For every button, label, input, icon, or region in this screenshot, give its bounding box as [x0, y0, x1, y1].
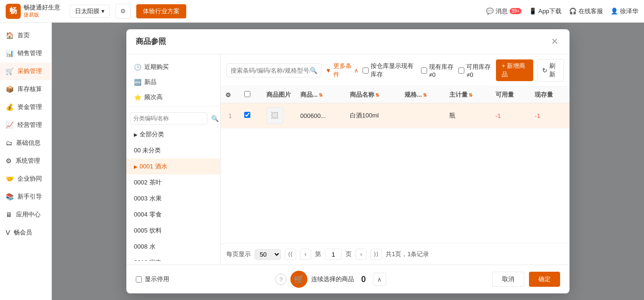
page-size-select[interactable]: 50 20 100: [255, 249, 281, 260]
logo-area: 畅 畅捷通好生意 捷易版: [6, 4, 60, 19]
search-icon[interactable]: 🔍: [310, 67, 317, 74]
settings-icon[interactable]: ⚙: [116, 4, 131, 19]
message-badge: 99+: [510, 8, 521, 14]
product-table-wrap: ⚙ 商品图片 商品... ⇅: [221, 87, 570, 243]
last-page-button[interactable]: ⟩⟩: [371, 249, 382, 260]
chevron-down-icon: ▾: [101, 8, 105, 15]
category-search-button[interactable]: 🔍: [209, 113, 221, 124]
th-name[interactable]: 商品名称 ⇅: [345, 87, 400, 103]
row-checkbox-cell[interactable]: [239, 103, 262, 128]
add-product-button[interactable]: + 新增商品: [496, 59, 533, 81]
sidebar-item-inventory[interactable]: 📦 库存核算: [0, 80, 51, 98]
th-code[interactable]: 商品... ⇅: [296, 87, 345, 103]
modal-right-panel: 🔍 ▼ 更多条件 ∧ 按仓库显示现有库存: [221, 54, 570, 265]
category-item-uncategorized[interactable]: 00 未分类: [126, 142, 220, 158]
user-button[interactable]: 👤 徐泽华: [611, 7, 638, 16]
new-product-item[interactable]: 🆕 新品: [130, 75, 216, 89]
first-page-button[interactable]: ⟨⟨: [285, 249, 296, 260]
next-page-button[interactable]: ›: [355, 249, 367, 260]
sidebar-item-home[interactable]: 🏠 首页: [0, 26, 51, 44]
content-area: 商品参照 ✕ 🕒 近期购买 🆕: [52, 23, 644, 300]
app-download-button[interactable]: 📱 App下载: [529, 7, 561, 16]
modal-left-panel: 🕒 近期购买 🆕 新品 ⭐ 频次高: [126, 54, 221, 265]
mobile-icon: 📱: [529, 8, 537, 15]
sidebar-item-purchase[interactable]: 🛒 采购管理: [0, 62, 51, 80]
category-all-item[interactable]: ▶ 全部分类: [126, 126, 220, 142]
row-checkbox[interactable]: [244, 112, 250, 118]
trial-button[interactable]: 体验行业方案: [136, 4, 186, 18]
category-item-beverage[interactable]: 0005 饮料: [126, 223, 220, 239]
page-number-input[interactable]: [325, 249, 342, 260]
store-dropdown[interactable]: 日太阳膜 ▾: [70, 5, 110, 18]
logo-text: 畅捷通好生意 捷易版: [24, 4, 60, 18]
active-arrow-icon: ▶: [134, 164, 138, 169]
category-item-water[interactable]: 0008 水: [126, 239, 220, 255]
nav-right: 💬 消息 99+ 📱 App下载 🎧 在线客服 👤 徐泽华: [486, 7, 638, 16]
finance-icon: 💰: [6, 103, 14, 111]
cart-collapse-button[interactable]: ∧: [373, 273, 386, 286]
product-image: 🖼: [266, 107, 283, 124]
th-unit[interactable]: 主计量 ⇅: [445, 87, 491, 103]
warehouse-stock-checkbox-input[interactable]: [363, 67, 369, 74]
help-icon[interactable]: ?: [275, 274, 287, 285]
sales-icon: 📊: [6, 50, 14, 57]
sidebar-item-system[interactable]: ⚙ 系统管理: [0, 152, 51, 170]
row-code-cell: 000600...: [296, 103, 345, 128]
cart-icon[interactable]: 🛒: [290, 271, 307, 288]
messages-button[interactable]: 💬 消息 99+: [486, 7, 521, 16]
cancel-button[interactable]: 取消: [492, 272, 524, 287]
category-search-input[interactable]: [130, 112, 207, 125]
product-search-wrap: 🔍: [226, 63, 322, 77]
sidebar-item-guide[interactable]: 📚 新手引导: [0, 188, 51, 206]
sidebar-item-management[interactable]: 📈 经营管理: [0, 116, 51, 134]
basic-icon: 🗂: [6, 139, 12, 147]
sidebar-item-finance[interactable]: 💰 资金管理: [0, 98, 51, 116]
sidebar-item-apps[interactable]: 🖥 应用中心: [0, 206, 51, 224]
category-item-snack[interactable]: 0004 零食: [126, 207, 220, 223]
current-stock-checkbox[interactable]: 现有库存≠0: [421, 63, 455, 78]
show-disabled-checkbox[interactable]: 显示停用: [136, 275, 169, 283]
table-row[interactable]: 1 🖼 000600... 白酒100ml 瓶: [221, 103, 570, 128]
warehouse-stock-checkbox[interactable]: 按仓库显示现有库存: [363, 62, 417, 79]
sort-icon-unit: ⇅: [469, 92, 472, 98]
home-icon: 🏠: [6, 32, 14, 39]
customer-service-button[interactable]: 🎧 在线客服: [569, 7, 603, 16]
modal-title: 商品参照: [136, 37, 166, 47]
purchase-icon: 🛒: [6, 67, 14, 75]
sidebar-item-enterprise[interactable]: 🤝 企业协同: [0, 170, 51, 188]
product-search-input[interactable]: [231, 67, 310, 74]
sidebar-item-basic[interactable]: 🗂 基础信息: [0, 134, 51, 152]
category-item-liquor[interactable]: ▶ 0001 酒水: [126, 158, 220, 175]
th-stock: 现存量: [530, 87, 570, 103]
th-config[interactable]: ⚙: [221, 87, 239, 103]
category-list: ▶ 全部分类 00 未分类 ▶ 0001 酒水 0002 茶: [126, 126, 220, 261]
avatar: 👤: [611, 8, 618, 15]
modal-toolbar: 🔍 ▼ 更多条件 ∧ 按仓库显示现有库存: [221, 54, 570, 87]
guide-icon: 📚: [6, 193, 14, 200]
available-stock-checkbox[interactable]: 可用库存≠0: [458, 63, 492, 78]
select-all-checkbox[interactable]: [244, 91, 250, 97]
filter-button[interactable]: ▼ 更多条件 ∧: [325, 62, 359, 79]
recent-purchase-item[interactable]: 🕒 近期购买: [130, 60, 216, 74]
message-icon: 💬: [486, 8, 494, 15]
confirm-button[interactable]: 确定: [529, 272, 560, 287]
category-item-fruit[interactable]: 0003 水果: [126, 191, 220, 207]
frequent-item[interactable]: ⭐ 频次高: [130, 90, 216, 104]
category-item-tea[interactable]: 0002 茶叶: [126, 175, 220, 191]
available-stock-checkbox-input[interactable]: [458, 67, 464, 74]
show-disabled-input[interactable]: [136, 276, 142, 283]
sidebar-item-sales[interactable]: 📊 销售管理: [0, 44, 51, 62]
close-button[interactable]: ✕: [549, 36, 560, 47]
sort-icon-code: ⇅: [319, 92, 322, 98]
headset-icon: 🎧: [569, 8, 577, 15]
refresh-icon: ↻: [542, 67, 547, 74]
refresh-button[interactable]: ↻ 刷新: [537, 59, 564, 82]
current-stock-checkbox-input[interactable]: [421, 67, 427, 74]
category-item-appliance[interactable]: 0010 家电: [126, 255, 220, 261]
sidebar-item-vip[interactable]: V 畅会员: [0, 224, 51, 242]
chevron-up-icon: ∧: [354, 67, 359, 74]
apps-icon: 🖥: [6, 211, 12, 218]
row-available-cell: -1: [491, 103, 530, 128]
th-spec[interactable]: 规格... ⇅: [400, 87, 445, 103]
prev-page-button[interactable]: ‹: [300, 249, 311, 260]
